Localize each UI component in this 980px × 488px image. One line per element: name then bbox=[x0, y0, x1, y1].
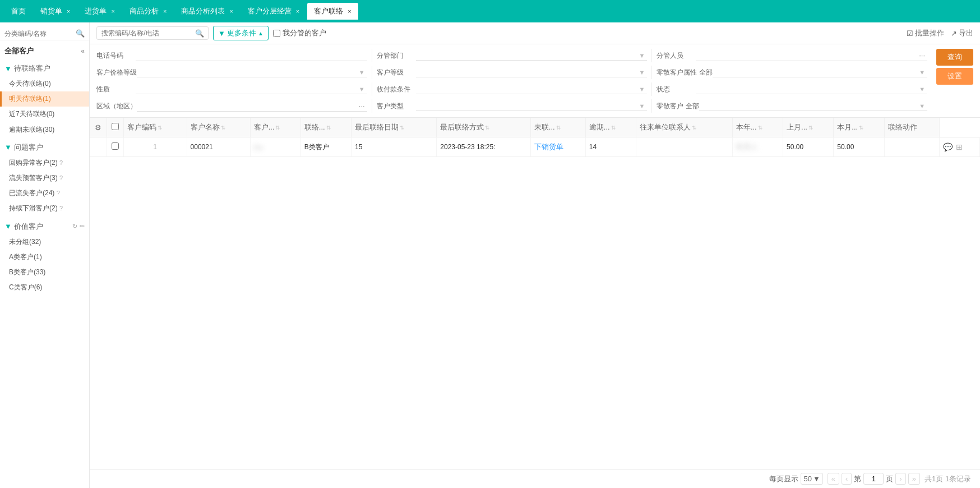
sidebar-item-churn-warning[interactable]: 流失预警客户(3) ? bbox=[0, 171, 89, 186]
nav-customer-tier-close[interactable]: × bbox=[296, 8, 299, 15]
filter-manager-select[interactable]: ··· bbox=[696, 50, 927, 61]
col-this-year-label: 本年... bbox=[736, 122, 757, 132]
nav-sales[interactable]: 销货单 × bbox=[34, 3, 77, 20]
first-page-button[interactable]: « bbox=[828, 473, 839, 485]
filter-customer-type-label: 客户类型 bbox=[377, 102, 416, 111]
value-edit-icon[interactable]: ✏ bbox=[80, 223, 85, 230]
filter-nature-select[interactable]: ▼ bbox=[136, 85, 367, 94]
col-last-date[interactable]: 最后联络日期 ⇅ bbox=[352, 118, 437, 137]
filter-dept-select[interactable]: ▼ bbox=[416, 51, 648, 61]
filter-payment-label: 收付款条件 bbox=[377, 85, 416, 94]
top-navigation: 首页 销货单 × 进货单 × 商品分析 × 商品分析列表 × 客户分层经营 × … bbox=[0, 0, 980, 22]
sidebar-group-pending-title[interactable]: ▼ 待联络客户 bbox=[0, 61, 89, 76]
nav-goods-analysis-list[interactable]: 商品分析列表 × bbox=[174, 3, 239, 20]
action-icons-wrap: 💬 ⊞ bbox=[943, 142, 976, 151]
setup-button[interactable]: 设置 bbox=[936, 68, 973, 85]
row-checkbox[interactable] bbox=[112, 142, 119, 150]
row-actions: 💬 ⊞ bbox=[939, 137, 979, 157]
sidebar-item-today[interactable]: 今天待联络(0) bbox=[0, 76, 89, 91]
query-button[interactable]: 查询 bbox=[936, 49, 973, 66]
filter-caret-icon: ▲ bbox=[258, 30, 264, 36]
col-code-sort-icon: ⇅ bbox=[158, 125, 162, 131]
nav-goods-analysis[interactable]: 商品分析 × bbox=[123, 3, 173, 20]
filter-customer-level-select[interactable]: ▼ bbox=[416, 68, 648, 77]
col-uncontacted: 未联... ⇅ bbox=[530, 118, 585, 137]
action-chat-icon[interactable]: 💬 bbox=[943, 142, 953, 151]
batch-op-icon: ☑ bbox=[907, 29, 913, 38]
nav-customer-contact[interactable]: 客户联络 × bbox=[307, 3, 358, 20]
prev-page-button[interactable]: ‹ bbox=[842, 473, 852, 485]
filter-region-select[interactable]: ··· bbox=[137, 100, 367, 112]
my-customers-check[interactable] bbox=[273, 30, 280, 37]
nav-customer-contact-close[interactable]: × bbox=[348, 8, 351, 15]
value-refresh-icon[interactable]: ↻ bbox=[72, 223, 77, 230]
sidebar-item-repurchase-abnormal[interactable]: 回购异常客户(2) ? bbox=[0, 155, 89, 171]
filter-retail-select[interactable]: ▼ bbox=[699, 102, 927, 111]
col-last-method-sort-icon: ⇅ bbox=[485, 125, 489, 131]
filter-payment-select[interactable]: ▼ bbox=[416, 85, 648, 94]
total-records: 共1页 1条记录 bbox=[924, 474, 971, 484]
sidebar-all-customers[interactable]: 全部客户 « bbox=[0, 43, 89, 59]
sidebar-search-icon[interactable]: 🔍 bbox=[76, 29, 85, 38]
select-all-checkbox[interactable] bbox=[112, 123, 119, 130]
sidebar-item-tomorrow[interactable]: 明天待联络(1) bbox=[0, 91, 89, 107]
col-check bbox=[107, 118, 123, 137]
search-input[interactable] bbox=[96, 26, 209, 40]
more-filter-button[interactable]: ▼ 更多条件 ▲ bbox=[213, 26, 269, 40]
nature-caret-icon: ▼ bbox=[359, 86, 365, 93]
nav-purchase-close[interactable]: × bbox=[111, 8, 114, 15]
sidebar-item-ungrouped[interactable]: 未分组(32) bbox=[0, 234, 89, 250]
filter-phone-input[interactable] bbox=[136, 50, 367, 61]
col-type-sort-icon: ⇅ bbox=[275, 125, 280, 131]
content-area: 🔍 ▼ 更多条件 ▲ 我分管的客户 ☑ 批量操作 ↗ 导出 bbox=[90, 22, 980, 488]
col-code-label: 客户编码 bbox=[127, 122, 156, 132]
sidebar-group-value-title[interactable]: ▼ 价值客户 ↻ ✏ bbox=[0, 219, 89, 234]
filter-status-select[interactable]: ▼ bbox=[696, 85, 927, 94]
filter-price-tier-select[interactable]: ▼ bbox=[137, 68, 367, 77]
sidebar-item-churned[interactable]: 已流失客户(24) ? bbox=[0, 186, 89, 201]
nav-goods-analysis-close[interactable]: × bbox=[163, 8, 167, 15]
filter-manager-dots[interactable]: ··· bbox=[919, 51, 925, 59]
search-wrap: 🔍 bbox=[96, 26, 209, 40]
pending-group-label: 待联络客户 bbox=[14, 63, 50, 73]
filter-region-label: 区域（地区） bbox=[96, 102, 137, 111]
col-name[interactable]: 客户名称 ⇅ bbox=[187, 118, 250, 137]
filter-retail-attr-select[interactable]: ▼ bbox=[713, 68, 927, 77]
batch-op-button[interactable]: ☑ 批量操作 bbox=[907, 28, 944, 38]
col-type-label: 客户... bbox=[254, 122, 275, 132]
customer-type-caret-icon: ▼ bbox=[639, 103, 645, 109]
my-customers-checkbox[interactable]: 我分管的客户 bbox=[273, 28, 326, 38]
page-size-select[interactable]: 50 ▼ bbox=[801, 473, 822, 485]
row-last-method-link[interactable]: 下销货单 bbox=[534, 142, 563, 151]
sidebar-item-declining[interactable]: 持续下滑客户(2) ? bbox=[0, 201, 89, 216]
nav-purchase[interactable]: 进货单 × bbox=[78, 3, 121, 20]
filter-customer-type-select[interactable]: ▼ bbox=[416, 102, 648, 111]
search-icon[interactable]: 🔍 bbox=[195, 29, 204, 38]
sidebar-group-problem-title[interactable]: ▼ 问题客户 bbox=[0, 140, 89, 155]
nav-goods-analysis-list-close[interactable]: × bbox=[229, 8, 233, 15]
row-last-date: 2023-05-23 18:25: bbox=[437, 137, 530, 157]
nav-sales-close[interactable]: × bbox=[67, 8, 70, 15]
col-contact-sort-icon: ⇅ bbox=[326, 125, 331, 131]
page-number-input[interactable] bbox=[863, 473, 884, 485]
sidebar-item-overdue[interactable]: 逾期未联络(30) bbox=[0, 122, 89, 137]
nav-customer-tier[interactable]: 客户分层经营 × bbox=[241, 3, 306, 20]
row-overdue bbox=[636, 137, 733, 157]
filter-region-dots[interactable]: ··· bbox=[359, 102, 365, 110]
table-area: ⚙ 客户编码 ⇅ 客户名称 bbox=[90, 118, 980, 469]
sidebar-collapse-icon[interactable]: « bbox=[81, 47, 85, 55]
sidebar-item-class-c[interactable]: C类客户(6) bbox=[0, 280, 89, 295]
nav-home[interactable]: 首页 bbox=[4, 3, 33, 20]
action-grid-icon[interactable]: ⊞ bbox=[956, 142, 963, 151]
settings-icon[interactable]: ⚙ bbox=[95, 123, 101, 132]
filter-price-tier: 客户价格等级 ▼ bbox=[96, 68, 367, 77]
sidebar-search-input[interactable] bbox=[4, 30, 76, 38]
export-button[interactable]: ↗ 导出 bbox=[951, 28, 973, 38]
last-page-button[interactable]: » bbox=[908, 473, 920, 485]
sidebar-item-7days[interactable]: 近7天待联络(0) bbox=[0, 107, 89, 122]
next-page-button[interactable]: › bbox=[895, 473, 905, 485]
row-last-method: 下销货单 bbox=[530, 137, 585, 157]
sidebar-item-class-b[interactable]: B类客户(33) bbox=[0, 265, 89, 280]
col-code[interactable]: 客户编码 ⇅ bbox=[123, 118, 187, 137]
sidebar-item-class-a[interactable]: A类客户(1) bbox=[0, 250, 89, 265]
